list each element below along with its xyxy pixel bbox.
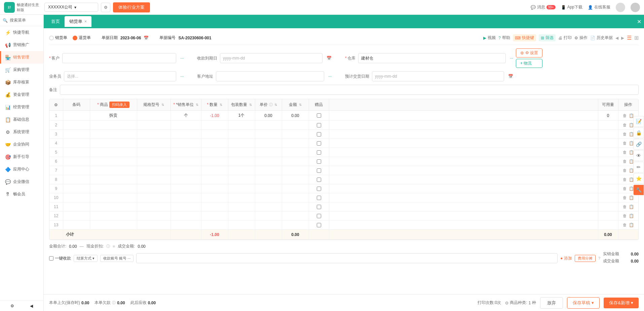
float-lock-btn[interactable]: 🔒 [633,127,644,138]
float-view-btn[interactable]: 👁 [633,150,644,161]
sidebar-settings-icon[interactable]: ⚙ [10,304,14,308]
gift-checkbox-13[interactable] [317,223,321,227]
th-settings[interactable]: ⚙ [49,99,63,111]
payment-method-selector[interactable]: 结算方式 ▾ [74,255,98,262]
copy-icon-10[interactable]: 📋 [629,195,634,200]
float-edit-btn[interactable]: ✏ [633,162,644,172]
discard-button[interactable]: 放弃 [540,297,563,309]
customer-addr-dots[interactable]: ··· [328,74,332,79]
sidebar-item-purchase[interactable]: 🛒 采购管理 [0,64,43,76]
delete-icon-10[interactable]: 🗑 [623,195,627,200]
customer-input[interactable] [62,53,176,63]
payment-account-dots[interactable]: ··· [127,256,130,260]
row-unit-1[interactable]: 个 [171,111,201,121]
scan-button[interactable]: 扫码录入 [109,102,129,108]
sidebar-item-inventory[interactable]: 📦 库存核算 [0,76,43,88]
avatar[interactable] [616,3,625,12]
gift-checkbox-11[interactable] [317,205,321,209]
gift-checkbox-4[interactable] [317,141,321,146]
notification-item[interactable]: 💬 消息 99+ [531,4,556,10]
row-qty-1[interactable]: -1.00 [201,111,228,121]
gift-checkbox-2[interactable] [317,123,321,127]
total-due-info[interactable]: ⓘ [112,300,116,305]
row-price-1[interactable]: 0.00 [255,111,282,121]
float-star-btn[interactable]: ⭐ [633,173,644,184]
row-barcode-1[interactable] [63,111,90,121]
shortcut-action[interactable]: ⌨ 快捷键 [513,34,536,41]
delete-icon-11[interactable]: 🗑 [623,204,627,209]
sidebar-item-finance[interactable]: 💰 资金管理 [0,88,43,101]
delivery-date-input[interactable]: yyyy-mm-dd [372,71,504,81]
remarks-input[interactable] [60,85,639,95]
delete-icon-6[interactable]: 🗑 [623,159,627,164]
tab-close-icon[interactable]: × [84,19,87,24]
copy-icon-12[interactable]: 📋 [629,213,634,218]
settings-button[interactable]: ⚙ [101,3,110,12]
salesperson-dots[interactable]: ··· [180,74,184,79]
tab-sales-order[interactable]: 销货单 × [65,16,91,27]
due-date-calendar-icon[interactable]: 📅 [327,56,332,61]
company-selector[interactable]: XXXXXX公司 ▾ [44,3,98,12]
add-payment-button[interactable]: ● 添加 [560,256,572,261]
nav-next-icon[interactable]: ▶ [621,36,624,40]
delete-icon-3[interactable]: 🗑 [623,132,627,137]
save-draft-button[interactable]: 保存草稿 ▾ [567,297,600,309]
copy-icon-13[interactable]: 📋 [629,223,634,227]
row-product-1[interactable]: 拆贡 [90,111,137,121]
product-kind-icon[interactable]: ⊙ [505,301,508,305]
delete-icon-2[interactable]: 🗑 [623,123,627,127]
radio-sale-order[interactable]: 销货单 [49,35,67,41]
customer-dots[interactable]: ··· [180,56,184,61]
customer-addr-input[interactable] [216,71,324,81]
radio-return-order[interactable]: 退货单 [73,35,91,41]
filter-action[interactable]: ⊞ 筛选 [539,34,556,41]
tab-home[interactable]: 首页 [46,16,65,27]
float-link-btn[interactable]: 🔗 [633,139,644,150]
operate-action[interactable]: ⚙ 操作 [574,35,588,41]
expense-split-button[interactable]: 费用分摊 [575,255,596,262]
delete-icon-8[interactable]: 🗑 [623,177,627,182]
sidebar-item-basics[interactable]: 📋 基础信息 [0,113,43,126]
view-grid-icon[interactable]: ⊞ [634,35,639,41]
trial-button[interactable]: 体验行业方案 [113,2,150,12]
row-pkgqty-1[interactable]: 1个 [228,111,255,121]
delete-icon-13[interactable]: 🗑 [623,223,627,227]
float-action-btn[interactable]: 🔧 [633,185,644,195]
setup-button[interactable]: ⚙ ⚙ 设置 [516,48,542,57]
delivery-calendar-icon[interactable]: 📅 [508,74,513,79]
sidebar-item-quick-nav[interactable]: ⚡ 快捷导航 [0,26,43,39]
payment-amount-input[interactable] [136,253,558,263]
gift-checkbox-6[interactable] [317,159,321,164]
warehouse-input[interactable]: 建材仓 [358,53,506,63]
due-date-input[interactable]: yyyy-mm-dd [220,53,323,63]
sidebar-item-guide[interactable]: 🎯 新手引导 [0,151,43,163]
gift-checkbox-8[interactable] [317,178,321,182]
logistics-button[interactable]: + 物流 [516,59,542,68]
row-gift-1[interactable] [309,111,329,121]
gift-checkbox-7[interactable] [317,168,321,173]
app-download-item[interactable]: 📱 App下载 [561,4,582,10]
sidebar-item-operations[interactable]: 📊 经营管理 [0,101,43,113]
gift-checkbox-3[interactable] [317,132,321,137]
sidebar-item-member[interactable]: 🎖 畅会员 [0,188,43,200]
video-action[interactable]: ▶ 视频 [483,35,496,41]
sidebar-item-sales[interactable]: 🏪 销售管理 [0,51,43,64]
payment-account-input[interactable]: 收款账号 账号 ··· [100,255,134,262]
sidebar-item-appstore[interactable]: 🔷 应用中心 [0,163,43,176]
delete-icon-5[interactable]: 🗑 [623,150,627,155]
expense-help-icon[interactable]: ? [598,256,600,260]
print-action[interactable]: 🖨 打印 [558,35,572,41]
gift-checkbox-5[interactable] [317,150,321,155]
warehouse-dots[interactable]: ··· [510,56,513,61]
date-calendar-icon[interactable]: 📅 [144,36,149,40]
discount-info-icon[interactable]: ⓘ [106,244,110,249]
save-new-button[interactable]: 保存&新增 ▾ [604,298,639,308]
delete-icon-4[interactable]: 🗑 [623,141,627,146]
history-action[interactable]: 📄 历史单据 [590,35,613,41]
view-list-icon[interactable]: ☰ [627,35,632,41]
gift-checkbox-1[interactable] [317,113,321,118]
online-service-item[interactable]: 👤 在线客服 [588,4,610,10]
gift-checkbox-12[interactable] [317,214,321,218]
price-info-icon[interactable]: ⓘ [269,103,273,107]
close-window-icon[interactable]: ✕ [637,18,641,25]
